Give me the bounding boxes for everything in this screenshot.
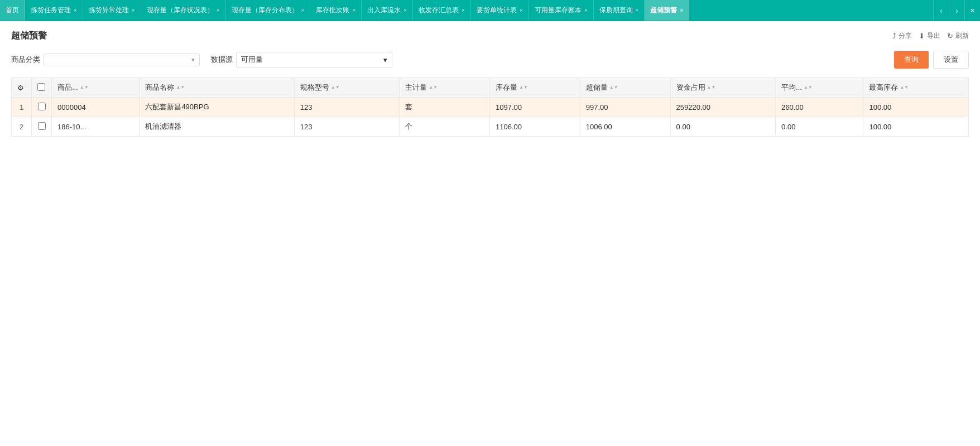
row-unit: 套 xyxy=(400,98,490,117)
share-button[interactable]: ⤴ 分享 xyxy=(892,31,912,41)
page-title: 超储预警 xyxy=(11,30,47,42)
nav-item-exception[interactable]: 拣货异常处理 × xyxy=(83,0,141,21)
sort-icon: ▲▼ xyxy=(429,85,438,90)
close-icon[interactable]: × xyxy=(352,7,356,13)
export-icon: ⬇ xyxy=(919,32,925,40)
sort-icon: ▲▼ xyxy=(609,85,618,90)
th-unit[interactable]: 主计量 ▲▼ xyxy=(400,78,490,98)
data-table: ⚙ 商品... ▲▼ 商品名称 ▲▼ xyxy=(11,77,969,137)
row-avg: 0.00 xyxy=(776,117,863,137)
refresh-icon: ↻ xyxy=(947,32,953,40)
gear-icon[interactable]: ⚙ xyxy=(17,84,24,92)
sort-icon: ▲▼ xyxy=(331,85,340,90)
close-icon[interactable]: × xyxy=(680,7,683,13)
nav-item-home[interactable]: 首页 xyxy=(0,0,25,21)
nav-arrow-right[interactable]: › xyxy=(949,0,964,21)
close-icon[interactable]: × xyxy=(301,7,305,13)
table-row: 2 186-10... 机油滤清器 123 个 1106.00 1006.00 … xyxy=(12,117,969,137)
nav-arrow-left[interactable]: ‹ xyxy=(933,0,949,21)
th-stock[interactable]: 库存量 ▲▼ xyxy=(490,78,580,98)
select-all-checkbox[interactable] xyxy=(37,83,45,91)
sort-icon: ▲▼ xyxy=(804,85,813,90)
share-icon: ⤴ xyxy=(892,32,896,40)
row-product-name: 机油滤清器 xyxy=(140,117,294,137)
sort-icon: ▲▼ xyxy=(900,85,909,90)
row-stock: 1106.00 xyxy=(490,117,580,137)
row-unit: 个 xyxy=(400,117,490,137)
row-checkbox[interactable] xyxy=(38,103,46,110)
datasource-value: 可用量 xyxy=(241,55,263,65)
row-max-stock: 100.00 xyxy=(863,117,969,137)
th-settings: ⚙ xyxy=(12,78,32,98)
close-icon[interactable]: × xyxy=(74,7,77,13)
nav-arrow-close[interactable]: × xyxy=(964,0,980,21)
sort-icon: ▲▼ xyxy=(176,85,185,90)
datasource-filter: 数据源 可用量 ▾ xyxy=(211,52,392,67)
row-overstock: 997.00 xyxy=(580,98,670,117)
sort-icon: ▲▼ xyxy=(707,85,716,90)
title-actions: ⤴ 分享 ⬇ 导出 ↻ 刷新 xyxy=(892,31,969,41)
export-button[interactable]: ⬇ 导出 xyxy=(919,31,940,41)
query-button[interactable]: 查询 xyxy=(894,51,929,69)
close-icon[interactable]: × xyxy=(403,7,407,13)
row-stock: 1097.00 xyxy=(490,98,580,117)
nav-item-summary[interactable]: 收发存汇总表 × xyxy=(413,0,471,21)
th-avg[interactable]: 平均... ▲▼ xyxy=(776,78,863,98)
nav-item-req-stats[interactable]: 要货单统计表 × xyxy=(471,0,529,21)
row-spec: 123 xyxy=(294,98,399,117)
row-product-name: 六配套新昌490BPG xyxy=(140,98,294,117)
settings-button[interactable]: 设置 xyxy=(933,51,969,69)
sort-icon: ▲▼ xyxy=(519,85,528,90)
datasource-select[interactable]: 可用量 ▾ xyxy=(236,52,392,67)
close-icon[interactable]: × xyxy=(636,7,639,13)
chevron-down-icon: ▾ xyxy=(191,56,195,64)
th-capital[interactable]: 资金占用 ▲▼ xyxy=(670,78,775,98)
filter-row: 商品分类 ▾ 数据源 可用量 ▾ 查询 设置 xyxy=(11,51,969,69)
close-icon[interactable]: × xyxy=(462,7,465,13)
page-content: 超储预警 ⤴ 分享 ⬇ 导出 ↻ 刷新 商品分类 ▾ 数据源 xyxy=(0,21,980,146)
sort-icon: ▲▼ xyxy=(80,85,89,90)
row-capital: 259220.00 xyxy=(670,98,775,117)
row-checkbox[interactable] xyxy=(38,122,46,130)
filter-buttons: 查询 设置 xyxy=(894,51,969,69)
category-filter: 商品分类 ▾ xyxy=(11,54,200,66)
row-avg: 260.00 xyxy=(776,98,863,117)
row-capital: 0.00 xyxy=(670,117,775,137)
nav-item-stock-status[interactable]: 现存量（库存状况表） × xyxy=(141,0,226,21)
table-row: 1 0000004 六配套新昌490BPG 123 套 1097.00 997.… xyxy=(12,98,969,117)
category-label: 商品分类 xyxy=(11,55,40,65)
row-checkbox-cell xyxy=(32,98,52,117)
nav-item-task[interactable]: 拣货任务管理 × xyxy=(25,0,83,21)
refresh-button[interactable]: ↻ 刷新 xyxy=(947,31,969,41)
row-num: 2 xyxy=(12,117,32,137)
close-icon[interactable]: × xyxy=(584,7,588,13)
th-product-code[interactable]: 商品... ▲▼ xyxy=(52,78,140,98)
close-icon[interactable]: × xyxy=(520,7,523,13)
category-select[interactable]: ▾ xyxy=(44,54,200,66)
nav-item-stock-dist[interactable]: 现存量（库存分布表） × xyxy=(226,0,311,21)
close-icon[interactable]: × xyxy=(132,7,135,13)
th-spec[interactable]: 规格型号 ▲▼ xyxy=(294,78,399,98)
datasource-label: 数据源 xyxy=(211,55,233,65)
row-product-code: 186-10... xyxy=(52,117,140,137)
nav-item-quality[interactable]: 保质期查询 × xyxy=(594,0,645,21)
page-title-row: 超储预警 ⤴ 分享 ⬇ 导出 ↻ 刷新 xyxy=(11,30,969,42)
row-product-code: 0000004 xyxy=(52,98,140,117)
row-num: 1 xyxy=(12,98,32,117)
nav-item-flow[interactable]: 出入库流水 × xyxy=(362,0,413,21)
th-checkbox xyxy=(32,78,52,98)
th-max-stock[interactable]: 最高库存 ▲▼ xyxy=(863,78,969,98)
th-overstock[interactable]: 超储量 ▲▼ xyxy=(580,78,670,98)
row-checkbox-cell xyxy=(32,117,52,137)
row-spec: 123 xyxy=(294,117,399,137)
nav-item-available[interactable]: 可用量库存账本 × xyxy=(529,0,594,21)
nav-item-batch[interactable]: 库存批次账 × xyxy=(310,0,362,21)
top-navigation: 首页 拣货任务管理 × 拣货异常处理 × 现存量（库存状况表） × 现存量（库存… xyxy=(0,0,980,21)
row-max-stock: 100.00 xyxy=(863,98,969,117)
nav-item-overstock[interactable]: 超储预警 × xyxy=(645,0,689,21)
chevron-down-icon: ▾ xyxy=(383,56,387,64)
nav-arrows: ‹ › × xyxy=(933,0,980,21)
row-overstock: 1006.00 xyxy=(580,117,670,137)
close-icon[interactable]: × xyxy=(217,7,220,13)
th-product-name[interactable]: 商品名称 ▲▼ xyxy=(140,78,294,98)
